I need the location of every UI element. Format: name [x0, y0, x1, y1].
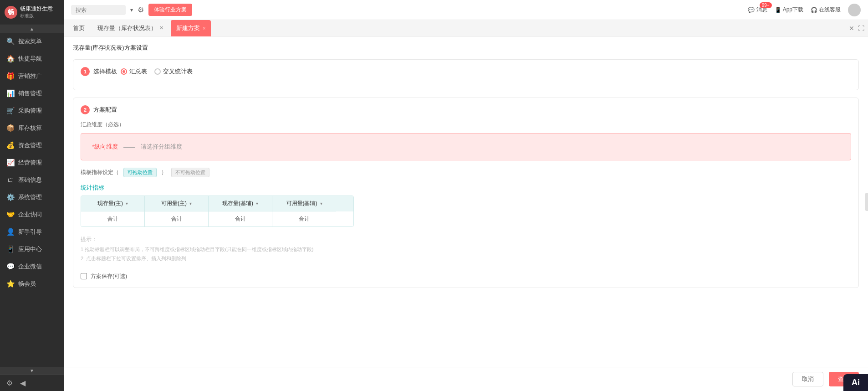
stats-body-col-0: 合计: [81, 211, 145, 226]
tab-close-icon[interactable]: ✕: [849, 25, 854, 32]
sidebar-item-purchase[interactable]: 🛒 采购管理: [0, 102, 64, 119]
sidebar-item-marketing[interactable]: 🎁 营销推广: [0, 67, 64, 85]
trial-industry-button[interactable]: 体验行业方案: [148, 4, 192, 16]
radio-summary[interactable]: 汇总表: [121, 67, 147, 76]
sidebar-item-label: 企业协同: [18, 211, 42, 219]
stats-col-label-2: 现存量(基辅): [222, 200, 253, 207]
cooperation-icon: 🤝: [6, 211, 15, 219]
save-row: 方案保存(可选): [81, 273, 851, 280]
stats-col-header-2[interactable]: 现存量(基辅) ▾: [209, 196, 272, 211]
radio-summary-dot: [121, 68, 127, 75]
tab-new-plan[interactable]: 新建方案 ×: [171, 20, 211, 36]
sidebar-item-label: 企业微信: [18, 262, 42, 271]
tab-new-plan-close-icon[interactable]: ×: [203, 26, 205, 31]
stats-cell-3: 合计: [272, 211, 336, 226]
stats-section-label: 统计指标: [81, 184, 851, 192]
stats-col-chevron-3: ▾: [320, 201, 322, 206]
section-2-title: 方案配置: [93, 106, 117, 114]
section-1-title: 选择模板: [93, 67, 117, 76]
tab-home-label: 首页: [73, 24, 85, 32]
quick-nav-icon: 🏠: [6, 55, 15, 63]
movable-badge: 可拖动位置: [123, 168, 157, 177]
stats-col-3: 可用量(基辅) ▾: [272, 196, 336, 211]
footer-bar: 取消 查询: [64, 367, 868, 391]
radio-cross-dot: [154, 68, 161, 75]
stats-table: 现存量(主) ▾ 可用量(主) ▾ 现存量(基辅) ▾: [81, 196, 354, 227]
tab-expand-icon[interactable]: ⛶: [858, 25, 864, 32]
radio-cross[interactable]: 交叉统计表: [154, 67, 193, 76]
cancel-button[interactable]: 取消: [792, 372, 823, 386]
stats-col-header-0[interactable]: 现存量(主) ▾: [81, 196, 144, 211]
sidebar-bottom: ⚙ ◀: [0, 375, 64, 391]
search-menu-icon: 🔍: [6, 37, 15, 46]
required-star: *纵向维度: [92, 143, 118, 151]
sidebar-item-label: 快捷导航: [18, 55, 42, 63]
topbar-gear-icon[interactable]: ⚙: [138, 5, 144, 14]
sidebar-item-base-info[interactable]: 🗂 基础信息: [0, 171, 64, 189]
sidebar-item-app-center[interactable]: 📱 应用中心: [0, 241, 64, 258]
sidebar-scroll-down[interactable]: ▼: [0, 367, 64, 375]
sidebar-item-inventory[interactable]: 📦 库存核算: [0, 119, 64, 137]
sidebar: 畅 畅康通好生意 标准版 ▲ 🔍 搜索菜单 🏠 快捷导航 🎁 营销推广 📊 销售…: [0, 0, 64, 391]
sidebar-item-newbie[interactable]: 👤 新手引导: [0, 223, 64, 241]
sidebar-item-search-menu[interactable]: 🔍 搜索菜单: [0, 33, 64, 50]
dimension-section-label: 汇总维度（必选）: [81, 121, 851, 129]
sidebar-item-operations[interactable]: 📈 经营管理: [0, 154, 64, 171]
tab-inventory-label: 现存量（库存状况表）: [97, 24, 157, 32]
stats-cell-1: 合计: [145, 211, 208, 226]
content-area: 现存量(库存状况表)方案设置 1 选择模板 汇总表 交叉统计表: [64, 36, 868, 367]
stats-col-header-3[interactable]: 可用量(基辅) ▾: [272, 196, 336, 211]
dimension-box[interactable]: *纵向维度 —— 请选择分组维度: [81, 133, 851, 160]
sidebar-item-label: 资金管理: [18, 141, 42, 149]
sidebar-item-label: 营销推广: [18, 72, 42, 80]
indicators-label-prefix: 模板指标设定（: [81, 169, 119, 175]
sidebar-item-quick-nav[interactable]: 🏠 快捷导航: [0, 50, 64, 67]
tab-inventory-close-icon[interactable]: ✕: [159, 25, 163, 31]
topbar: ▾ ⚙ 体验行业方案 💬 消息 99+ 📱 App下载 🎧 在线客服: [64, 0, 868, 20]
sidebar-item-label: 新手引导: [18, 228, 42, 236]
sidebar-item-label: 库存核算: [18, 124, 42, 132]
sidebar-item-cooperation[interactable]: 🤝 企业协同: [0, 206, 64, 223]
message-button[interactable]: 💬 消息 99+: [748, 6, 767, 14]
base-info-icon: 🗂: [6, 176, 15, 184]
stats-table-body: 合计 合计 合计 合计: [81, 211, 353, 226]
topbar-dropdown[interactable]: ▾: [130, 7, 133, 13]
stats-body-col-1: 合计: [145, 211, 209, 226]
tab-home[interactable]: 首页: [67, 20, 90, 36]
app-download-icon: 📱: [775, 7, 781, 13]
user-avatar[interactable]: [848, 4, 861, 16]
dimension-label-text: 汇总维度（必选）: [81, 121, 124, 128]
save-checkbox[interactable]: [81, 273, 87, 279]
volume-icon[interactable]: ◀: [20, 379, 26, 387]
topbar-right: 💬 消息 99+ 📱 App下载 🎧 在线客服: [748, 4, 861, 16]
search-input[interactable]: [71, 5, 126, 15]
purchase-icon: 🛒: [6, 107, 15, 115]
stats-col-chevron-2: ▾: [256, 201, 258, 206]
online-service-button[interactable]: 🎧 在线客服: [811, 6, 841, 14]
radio-cross-label: 交叉统计表: [163, 67, 193, 76]
section-2-card: 2 方案配置 汇总维度（必选） *纵向维度 —— 请选择分组维度 模板指标设定（…: [73, 98, 859, 288]
right-side-handle[interactable]: [865, 193, 868, 211]
settings-icon[interactable]: ⚙: [6, 379, 13, 387]
finance-icon: 💰: [6, 141, 15, 149]
stats-col-2: 现存量(基辅) ▾: [209, 196, 272, 211]
sidebar-scroll-up[interactable]: ▲: [0, 25, 64, 33]
stats-col-1: 可用量(主) ▾: [145, 196, 209, 211]
section-2-header: 2 方案配置: [81, 105, 851, 114]
sidebar-item-label: 采购管理: [18, 107, 42, 115]
page-title: 现存量(库存状况表)方案设置: [73, 44, 859, 52]
sidebar-item-label: 搜索菜单: [18, 37, 42, 46]
stats-col-header-1[interactable]: 可用量(主) ▾: [145, 196, 208, 211]
stats-col-0: 现存量(主) ▾: [81, 196, 145, 211]
fixed-badge: 不可拖动位置: [171, 168, 209, 177]
sidebar-item-system[interactable]: ⚙️ 系统管理: [0, 189, 64, 206]
section-2-num: 2: [81, 105, 90, 114]
sidebar-item-enterprise-wechat[interactable]: 💬 企业微信: [0, 258, 64, 275]
sidebar-item-sales[interactable]: 📊 销售管理: [0, 85, 64, 102]
sidebar-item-finance[interactable]: 💰 资金管理: [0, 137, 64, 154]
operations-icon: 📈: [6, 159, 15, 167]
enterprise-wechat-icon: 💬: [6, 262, 15, 271]
app-download-button[interactable]: 📱 App下载: [775, 6, 803, 14]
tab-inventory[interactable]: 现存量（库存状况表） ✕: [92, 20, 169, 36]
sidebar-item-vip[interactable]: ⭐ 畅会员: [0, 275, 64, 293]
